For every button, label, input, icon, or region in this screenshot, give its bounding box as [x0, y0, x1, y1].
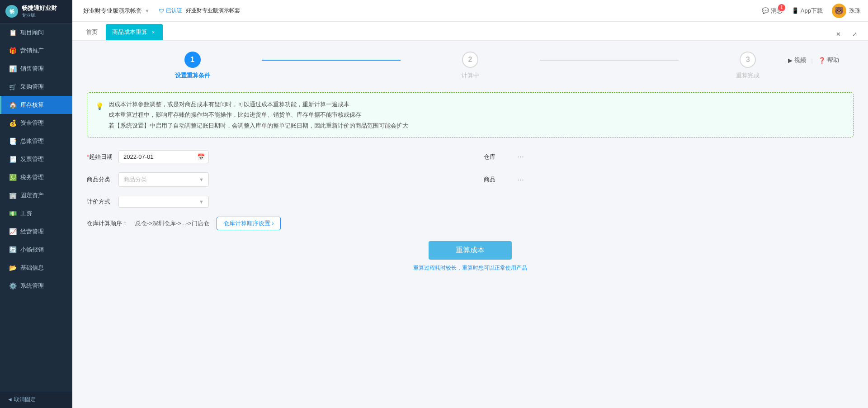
sidebar-item-ledger[interactable]: 📑总账管理 [0, 132, 72, 150]
step-3-circle: 3 [740, 52, 756, 68]
sidebar-item-invoice[interactable]: 🧾发票管理 [0, 150, 72, 168]
tax-icon: 💹 [9, 173, 17, 181]
step-2-circle: 2 [462, 52, 478, 68]
tab-close-btn[interactable]: × [150, 29, 156, 35]
sidebar-item-project[interactable]: 📋项目顾问 [0, 24, 72, 42]
notification-badge: 1 [778, 4, 785, 11]
sidebar-item-finance[interactable]: 💰资金管理 [0, 114, 72, 132]
account-select[interactable]: 好业财专业版演示帐套 ▼ [80, 5, 153, 17]
username: 珠珠 [849, 7, 861, 15]
expand-window-btn[interactable]: ⤢ [848, 28, 861, 40]
pricing-select-arrow: ▼ [199, 199, 204, 204]
form-row-2: 商品分类 商品分类 ▼ 商品 ··· [87, 172, 854, 187]
operations-icon: 📈 [9, 228, 17, 236]
sidebar-nav: 📋项目顾问🎁营销推广📊销售管理🛒采购管理🏠库存核算💰资金管理📑总账管理🧾发票管理… [0, 24, 72, 391]
verified-text: 已认证 [166, 7, 182, 14]
user-action[interactable]: 🐻 珠珠 [832, 4, 861, 18]
main-area: 好业财专业版演示帐套 ▼ 🛡 已认证 好业财专业版演示帐套 💬 消息 1 📱 A… [72, 0, 868, 408]
step-connector-1 [262, 60, 401, 61]
sidebar-item-label-system: 系统管理 [20, 282, 44, 290]
app-download-label: App下载 [801, 7, 823, 15]
page-content: ▶ 视频 | ❓ 帮助 1 设置重算条件 [72, 41, 868, 408]
step-1-circle: 1 [184, 52, 201, 68]
step-3: 3 重算完成 [679, 52, 817, 80]
category-select[interactable]: 商品分类 ▼ [118, 172, 209, 187]
warehouse-select-btn[interactable]: ··· [515, 152, 526, 161]
tab-bar-actions: ✕ ⤢ [832, 28, 861, 40]
calendar-icon[interactable]: 📅 [193, 153, 208, 161]
step-connector-2 [540, 60, 679, 61]
sidebar-item-marketing[interactable]: 🎁营销推广 [0, 42, 72, 60]
sidebar-item-sales[interactable]: 📊销售管理 [0, 60, 72, 78]
sidebar-item-tax[interactable]: 💹税务管理 [0, 168, 72, 186]
marketing-icon: 🎁 [9, 47, 17, 55]
shield-icon: 🛡 [159, 8, 164, 14]
invoice-icon: 🧾 [9, 155, 17, 163]
warehouse-order-label: 仓库计算顺序： [87, 219, 128, 228]
sidebar-item-purchase[interactable]: 🛒采购管理 [0, 78, 72, 96]
purchase-icon: 🛒 [9, 83, 17, 91]
sidebar-item-label-operations: 经营管理 [20, 228, 44, 236]
goods-select-btn[interactable]: ··· [515, 175, 526, 185]
step-1-label: 设置重算条件 [175, 71, 210, 80]
start-date-field: * 起始日期 2022-07-01 📅 [87, 150, 457, 163]
sidebar-item-label-payroll: 工资 [20, 209, 32, 218]
sidebar-footer[interactable]: ◄ 取消固定 [0, 391, 72, 408]
sidebar-item-basic[interactable]: 📂基础信息 [0, 259, 72, 277]
recalc-btn-label: 重算成本 [456, 246, 485, 254]
tab-cost-recalc[interactable]: 商品成本重算 × [106, 24, 163, 40]
expense-icon: 🔄 [9, 246, 17, 254]
pricing-select[interactable]: ▼ [118, 196, 209, 208]
goods-label: 商品 [484, 176, 511, 184]
warehouse-label: 仓库 [484, 153, 511, 161]
sidebar-item-label-inventory: 库存核算 [20, 101, 44, 109]
ledger-icon: 📑 [9, 137, 17, 145]
info-line3: 若【系统设置】中启用了自动调整记账日期时，会调整入库单的整单记账日期，因此重新计… [108, 120, 408, 131]
sidebar-item-inventory[interactable]: 🏠库存核算 [0, 96, 72, 114]
sidebar-item-payroll[interactable]: 💵工资 [0, 204, 72, 223]
sidebar-item-label-invoice: 发票管理 [20, 155, 44, 163]
start-date-input[interactable]: 2022-07-01 📅 [118, 150, 209, 163]
sidebar-item-assets[interactable]: 🏢固定资产 [0, 186, 72, 204]
sidebar-item-expense[interactable]: 🔄小畅报销 [0, 241, 72, 259]
sidebar-item-label-marketing: 营销推广 [20, 47, 44, 55]
avatar: 🐻 [832, 4, 846, 18]
account-name: 好业财专业版演示帐套 [83, 7, 142, 15]
sidebar-item-label-basic: 基础信息 [20, 264, 44, 272]
sidebar-item-system[interactable]: ⚙️系统管理 [0, 277, 72, 295]
inventory-icon: 🏠 [9, 101, 17, 109]
info-line2: 成本重算过程中，影响库存账的操作均不能操作，比如进货单、销货单、库存单据不能审核… [108, 109, 408, 120]
topbar-verified: 🛡 已认证 好业财专业版演示帐套 [159, 7, 240, 14]
category-label: 商品分类 [87, 176, 114, 184]
form-row-1: * 起始日期 2022-07-01 📅 仓库 ··· [87, 150, 854, 163]
pricing-field: 计价方式 ▼ [87, 196, 854, 208]
recalc-section: 重算成本 重算过程耗时较长，重算时您可以正常使用产品 [87, 241, 854, 272]
sidebar-item-label-purchase: 采购管理 [20, 83, 44, 91]
warehouse-order-btn-label: 仓库计算顺序设置 › [223, 219, 274, 228]
sales-icon: 📊 [9, 65, 17, 73]
close-window-btn[interactable]: ✕ [832, 28, 844, 40]
warehouse-order-value: 总仓->深圳仓库->...->门店仓 [135, 219, 209, 228]
project-icon: 📋 [9, 28, 17, 37]
info-icon: 💡 [95, 100, 104, 131]
topbar-right: 💬 消息 1 📱 App下载 🐻 珠珠 [762, 4, 861, 18]
sidebar-item-operations[interactable]: 📈经营管理 [0, 223, 72, 241]
step-2: 2 计算中 [401, 52, 539, 80]
message-action[interactable]: 💬 消息 1 [762, 7, 783, 15]
category-field: 商品分类 商品分类 ▼ [87, 172, 457, 187]
tab-home[interactable]: 首页 [80, 24, 104, 40]
app-name: 畅捷通好业财 [22, 5, 67, 12]
sidebar-item-label-ledger: 总账管理 [20, 137, 44, 145]
sidebar-item-label-sales: 销售管理 [20, 65, 44, 73]
steps-container: 1 设置重算条件 2 计算中 3 重算完成 [87, 52, 854, 80]
basic-icon: 📂 [9, 264, 17, 272]
recalc-btn[interactable]: 重算成本 [429, 241, 512, 260]
step-2-label: 计算中 [462, 71, 479, 80]
page-wrapper: ▶ 视频 | ❓ 帮助 1 设置重算条件 [87, 52, 854, 272]
tab-cost-recalc-label: 商品成本重算 [112, 28, 147, 36]
warehouse-order-settings-btn[interactable]: 仓库计算顺序设置 › [217, 217, 281, 230]
app-download-action[interactable]: 📱 App下载 [792, 7, 823, 15]
finance-icon: 💰 [9, 119, 17, 127]
sidebar-item-label-tax: 税务管理 [20, 173, 44, 181]
goods-field: 商品 ··· [457, 175, 854, 185]
